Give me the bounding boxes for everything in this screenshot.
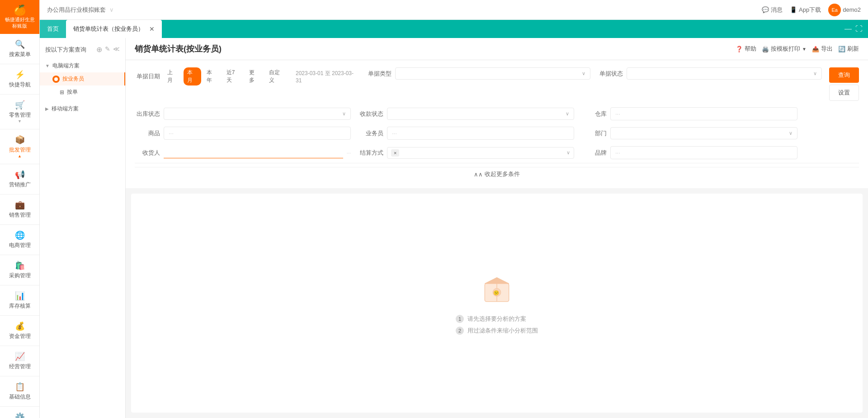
system-icon: ⚙️	[15, 412, 25, 418]
collapse-panel-btn[interactable]: ≪	[113, 45, 120, 54]
sidebar-item-search[interactable]: 🔍 搜索菜单	[0, 34, 39, 64]
brand-select[interactable]: ···	[610, 146, 797, 159]
sidebar-item-label: 经营管理	[9, 363, 31, 370]
search-icon: 🔍	[15, 39, 25, 49]
message-label: 消息	[771, 6, 783, 14]
collapse-label: 收起更多条件	[485, 170, 520, 178]
filter-area: 单据日期 上月 本月 本年 近7天 更多 自定义 2023-03-01 至 20…	[126, 60, 868, 188]
refresh-label: 刷新	[847, 45, 859, 53]
print-btn[interactable]: 🖨️ 按模板打印 ▼	[762, 45, 807, 53]
empty-state: 😕 1 请先选择要分析的方案 2 用过滤条件来缩小分析范围	[131, 194, 863, 413]
query-btn[interactable]: 查询	[829, 67, 859, 83]
message-icon: 💬	[762, 6, 769, 13]
type-select[interactable]: ∨	[395, 67, 590, 80]
sidebar-item-label: 电商管理	[9, 242, 31, 249]
date-tab-custom[interactable]: 自定义	[265, 67, 288, 86]
query-buttons: 查询 设置	[829, 67, 859, 101]
mobile-group-label: 移动端方案	[52, 105, 79, 113]
sidebar-logo[interactable]: 🍊 畅捷通好生意 标账版	[0, 0, 39, 34]
out-status-label: 出库状态	[135, 110, 160, 118]
desktop-group-title[interactable]: ▼ 电脑端方案	[40, 59, 125, 72]
sidebar-item-label: 采购管理	[9, 272, 31, 280]
collapse-arrow: ∧∧	[474, 171, 483, 178]
date-tab-last7[interactable]: 近7天	[223, 67, 244, 86]
department-select[interactable]: ∨	[610, 127, 797, 139]
sidebar-item-label: 资金管理	[9, 332, 31, 340]
left-panel: 按以下方案查询 ⊕ ✎ ≪ ▼ 电脑端方案 按业务员	[40, 38, 126, 418]
svg-point-0	[54, 77, 58, 81]
receive-status-label: 收款状态	[358, 110, 383, 118]
warehouse-select[interactable]: ···	[610, 107, 797, 120]
sidebar-item-ecommerce[interactable]: 🌐 电商管理	[0, 225, 39, 255]
export-icon: 📤	[812, 46, 819, 52]
sidebar-item-label: 营销推广	[9, 181, 31, 189]
settings-btn[interactable]: 设置	[829, 85, 859, 101]
wholesale-icon: 📦	[15, 135, 25, 145]
topbar-right: 💬 消息 📱 App下载 Ea demo2	[762, 4, 861, 16]
refresh-btn[interactable]: 🔄 刷新	[838, 45, 859, 53]
status-label: 单据状态	[598, 70, 623, 78]
sidebar-item-marketing[interactable]: 📢 营销推广	[0, 164, 39, 195]
empty-step-2: 2 用过滤条件来缩小分析范围	[456, 327, 538, 335]
sidebar-item-inventory[interactable]: 📊 库存核算	[0, 285, 39, 316]
step2-num: 2	[456, 327, 464, 335]
desktop-group: ▼ 电脑端方案 按业务员 ⊞ 按单	[40, 57, 125, 100]
user-profile[interactable]: Ea demo2	[828, 4, 861, 16]
date-tab-thismonth[interactable]: 本月	[184, 67, 202, 86]
status-select[interactable]: ∨	[627, 67, 822, 80]
sidebar-item-operation[interactable]: 📈 经营管理	[0, 346, 39, 376]
edit-scheme-btn[interactable]: ✎	[105, 45, 110, 54]
type-select-arrow: ∨	[582, 71, 585, 76]
left-panel-header: 按以下方案查询 ⊕ ✎ ≪	[40, 42, 125, 57]
tab-maximize-btn[interactable]: ⛶	[855, 25, 863, 33]
tab-close-btn[interactable]: ✕	[149, 25, 155, 33]
basic-icon: 📋	[15, 382, 25, 392]
purchase-icon: 🛍️	[15, 261, 25, 271]
salesperson-dots: ···	[392, 130, 397, 137]
sidebar-item-system[interactable]: ⚙️ 系统管理	[0, 407, 39, 418]
date-tabs: 上月 本月 本年 近7天 更多 自定义	[164, 67, 288, 86]
username: demo2	[843, 6, 861, 13]
tab-sales-report[interactable]: 销货单统计表（按业务员） ✕	[66, 20, 162, 38]
collapse-btn[interactable]: ∧∧ 收起更多条件	[135, 167, 859, 181]
help-btn[interactable]: ❓ 帮助	[736, 45, 756, 53]
add-scheme-btn[interactable]: ⊕	[96, 45, 102, 54]
scheme-order[interactable]: ⊞ 按单	[40, 86, 125, 99]
sidebar-item-purchase[interactable]: 🛍️ 采购管理	[0, 255, 39, 285]
date-tab-thisyear[interactable]: 本年	[203, 67, 221, 86]
sidebar-item-quicknav[interactable]: ⚡ 快捷导航	[0, 64, 39, 95]
sidebar-item-wholesale[interactable]: 📦 批发管理 ▲	[0, 129, 39, 164]
company-name: 办公用品行业模拟账套	[47, 6, 106, 14]
ecommerce-icon: 🌐	[15, 230, 25, 240]
sidebar-item-basic[interactable]: 📋 基础信息	[0, 376, 39, 407]
export-btn[interactable]: 📤 导出	[812, 45, 833, 53]
date-tab-more[interactable]: 更多	[245, 67, 264, 86]
message-btn[interactable]: 💬 消息	[762, 6, 783, 14]
scheme-salesperson[interactable]: 按业务员	[40, 72, 125, 86]
help-icon: ❓	[736, 46, 743, 52]
export-label: 导出	[821, 45, 833, 53]
brand-label: 品牌	[581, 149, 607, 157]
mobile-group: ▶ 移动端方案	[40, 100, 125, 117]
topbar-left: 办公用品行业模拟账套 ∨	[47, 6, 114, 14]
quicknav-icon: ⚡	[15, 70, 25, 80]
date-tab-lastmonth[interactable]: 上月	[164, 67, 182, 86]
tab-home[interactable]: 首页	[40, 20, 66, 38]
sidebar-item-sales[interactable]: 💼 销售管理	[0, 195, 39, 225]
goods-select[interactable]: ···	[164, 127, 351, 140]
sidebar-item-label: 搜索菜单	[9, 51, 31, 58]
out-status-select[interactable]: ∨	[164, 108, 351, 120]
tab-minimize-btn[interactable]: —	[844, 25, 852, 33]
sidebar-item-label: 批发管理	[9, 146, 31, 154]
goods-dots: ···	[169, 130, 174, 137]
sidebar-item-finance[interactable]: 💰 资金管理	[0, 316, 39, 346]
sidebar-item-label: 库存核算	[9, 302, 31, 310]
department-label: 部门	[581, 129, 607, 138]
warehouse-label: 仓库	[581, 110, 607, 118]
receive-status-select[interactable]: ∨	[387, 108, 574, 120]
sidebar-item-retail[interactable]: 🛒 零售管理 ▼	[0, 95, 39, 129]
consignee-input[interactable]	[164, 147, 343, 158]
mobile-group-title[interactable]: ▶ 移动端方案	[40, 102, 125, 115]
app-download-btn[interactable]: 📱 App下载	[790, 6, 821, 14]
salesperson-select[interactable]: ···	[387, 127, 574, 140]
